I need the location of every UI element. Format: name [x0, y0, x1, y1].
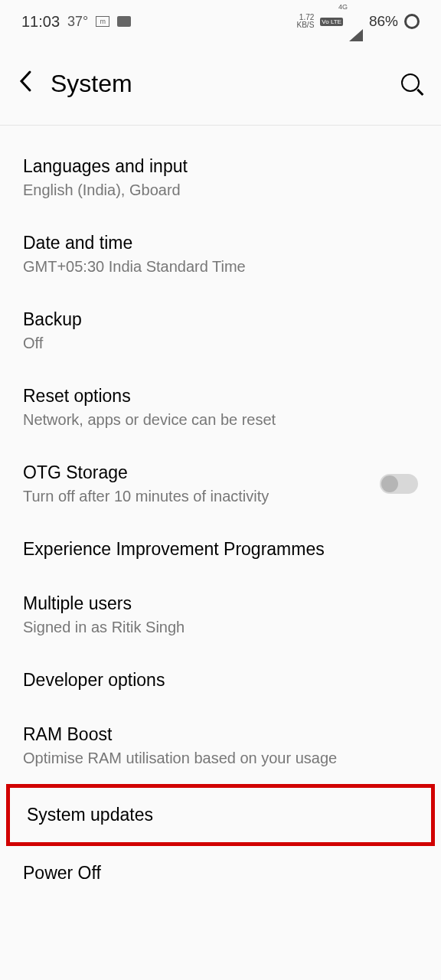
setting-system-updates[interactable]: System updates: [6, 784, 435, 846]
volte-icon: Vo LTE: [320, 18, 343, 26]
setting-subtitle: GMT+05:30 India Standard Time: [23, 258, 418, 276]
battery-ring-icon: [404, 14, 420, 29]
setting-backup[interactable]: Backup Off: [23, 292, 418, 369]
otg-toggle[interactable]: [380, 474, 418, 494]
status-right: 1.72 KB/S Vo LTE 4G 86%: [297, 13, 420, 30]
setting-power-off[interactable]: Power Off: [23, 846, 418, 900]
setting-languages-input[interactable]: Languages and input English (India), Gbo…: [23, 139, 418, 216]
setting-developer-options[interactable]: Developer options: [23, 653, 418, 707]
setting-title: Power Off: [23, 863, 418, 884]
status-left: 11:03 37° m: [21, 13, 131, 31]
setting-multiple-users[interactable]: Multiple users Signed in as Ritik Singh: [23, 577, 418, 653]
status-bar: 11:03 37° m 1.72 KB/S Vo LTE 4G 86%: [0, 0, 441, 43]
setting-reset-options[interactable]: Reset options Network, apps or device ca…: [23, 369, 418, 446]
back-icon[interactable]: [18, 70, 32, 98]
setting-subtitle: Network, apps or device can be reset: [23, 411, 418, 429]
battery-percent: 86%: [369, 13, 398, 30]
gallery-icon: [117, 16, 131, 27]
signal-icon: [349, 14, 363, 41]
setting-title: Developer options: [23, 670, 418, 691]
setting-title: Date and time: [23, 233, 418, 253]
page-header: System: [0, 43, 441, 126]
setting-title: Multiple users: [23, 593, 418, 614]
setting-subtitle: Off: [23, 335, 418, 352]
setting-otg-storage[interactable]: OTG Storage Turn off after 10 minutes of…: [23, 446, 418, 522]
setting-subtitle: Signed in as Ritik Singh: [23, 619, 418, 636]
setting-title: RAM Boost: [23, 724, 418, 745]
setting-title: System updates: [27, 805, 414, 825]
setting-date-time[interactable]: Date and time GMT+05:30 India Standard T…: [23, 216, 418, 292]
setting-experience-improvement[interactable]: Experience Improvement Programmes: [23, 522, 418, 577]
setting-subtitle: Optimise RAM utilisation based on your u…: [23, 750, 418, 767]
setting-title: Languages and input: [23, 156, 418, 177]
setting-ram-boost[interactable]: RAM Boost Optimise RAM utilisation based…: [23, 707, 418, 784]
setting-title: Reset options: [23, 386, 418, 407]
status-temperature: 37°: [67, 14, 88, 30]
page-title: System: [51, 70, 383, 98]
network-gen: 4G: [338, 3, 348, 11]
settings-list: Languages and input English (India), Gbo…: [0, 126, 441, 900]
setting-title: Experience Improvement Programmes: [23, 539, 418, 560]
search-icon[interactable]: [401, 74, 423, 95]
setting-title: Backup: [23, 309, 418, 330]
network-speed: 1.72 KB/S: [297, 14, 315, 29]
setting-subtitle: Turn off after 10 minutes of inactivity: [23, 488, 380, 505]
setting-subtitle: English (India), Gboard: [23, 181, 418, 199]
setting-title: OTG Storage: [23, 462, 380, 483]
status-time: 11:03: [21, 13, 60, 31]
miui-icon: m: [96, 16, 109, 27]
